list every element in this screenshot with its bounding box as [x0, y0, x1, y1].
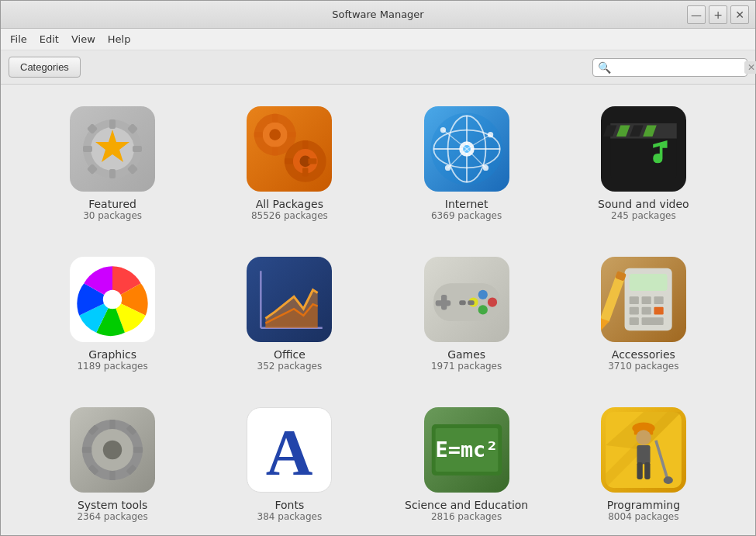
svg-rect-76: [82, 447, 91, 452]
sound-svg: [601, 106, 686, 192]
games-count: 1971 packages: [431, 361, 502, 372]
category-graphics[interactable]: Graphics 1189 packages: [32, 251, 193, 378]
svg-rect-66: [630, 317, 639, 325]
category-system-tools[interactable]: System tools 2364 packages: [32, 401, 193, 528]
content-area: Featured 30 packages: [1, 85, 755, 535]
svg-rect-59: [630, 274, 668, 291]
category-games[interactable]: Games 1971 packages: [386, 251, 547, 378]
sound-icon: [601, 106, 686, 192]
window-title: Software Manager: [69, 9, 687, 20]
svg-rect-5: [133, 146, 142, 152]
category-accessories[interactable]: Accessories 3710 packages: [563, 251, 724, 378]
menu-file[interactable]: File: [4, 32, 33, 47]
featured-icon: [70, 106, 155, 192]
all-packages-svg: [247, 106, 332, 192]
svg-rect-94: [644, 462, 650, 479]
system-tools-name: System tools: [78, 499, 147, 511]
svg-rect-90: [637, 445, 650, 464]
category-science-education[interactable]: E=mc² Science and Education 2816 package…: [386, 401, 547, 528]
featured-name: Featured: [88, 198, 136, 210]
svg-point-53: [488, 298, 497, 307]
internet-icon: [424, 106, 509, 192]
all-packages-name: All Packages: [256, 198, 323, 210]
svg-rect-62: [654, 296, 663, 304]
menu-help[interactable]: Help: [102, 32, 137, 47]
titlebar-controls: — + ✕: [687, 5, 749, 24]
svg-rect-21: [302, 140, 308, 149]
svg-point-52: [478, 290, 487, 299]
main-window: Software Manager — + ✕ File Edit View He…: [0, 0, 756, 536]
minimize-button[interactable]: —: [687, 5, 706, 24]
science-count: 2816 packages: [431, 511, 502, 522]
accessories-count: 3710 packages: [608, 361, 678, 372]
graphics-count: 1189 packages: [77, 361, 147, 372]
svg-point-73: [103, 441, 122, 459]
maximize-button[interactable]: +: [709, 5, 727, 24]
programming-svg: [601, 407, 686, 493]
programming-name: Programming: [607, 499, 680, 511]
office-name: Office: [274, 348, 306, 361]
sound-count: 245 packages: [611, 210, 676, 221]
svg-rect-3: [109, 169, 116, 178]
svg-rect-17: [288, 132, 296, 137]
svg-rect-23: [285, 158, 293, 164]
menu-view[interactable]: View: [65, 32, 102, 47]
svg-rect-74: [109, 420, 115, 429]
toolbar: Categories 🔍 ✕: [1, 50, 755, 85]
search-box: 🔍 ✕: [592, 58, 747, 77]
graphics-icon: [70, 257, 155, 342]
accessories-name: Accessories: [612, 348, 675, 361]
all-packages-count: 85526 packages: [251, 210, 328, 221]
fonts-name: Fonts: [274, 499, 304, 511]
svg-rect-64: [641, 307, 651, 315]
featured-count: 30 packages: [83, 210, 142, 221]
featured-icon-svg: [78, 114, 147, 184]
system-tools-svg: [70, 407, 155, 493]
svg-rect-77: [133, 447, 143, 452]
category-programming[interactable]: Programming 8004 packages: [563, 401, 724, 528]
accessories-icon: [601, 257, 686, 342]
category-internet[interactable]: Internet 6369 packages: [386, 100, 547, 227]
titlebar: Software Manager — + ✕: [1, 1, 755, 29]
menu-edit[interactable]: Edit: [33, 32, 65, 47]
all-packages-icon: [247, 106, 332, 192]
category-featured[interactable]: Featured 30 packages: [32, 100, 193, 227]
svg-point-13: [270, 129, 281, 140]
category-office[interactable]: Office 352 packages: [209, 251, 370, 378]
category-fonts[interactable]: A Fonts 384 packages: [209, 401, 370, 528]
search-icon: 🔍: [598, 61, 611, 74]
sound-name: Sound and video: [598, 198, 689, 210]
svg-point-54: [478, 305, 487, 314]
svg-rect-60: [630, 296, 639, 304]
svg-rect-63: [630, 307, 639, 315]
programming-icon: [601, 407, 686, 493]
search-input[interactable]: [614, 61, 744, 73]
office-count: 352 packages: [257, 361, 323, 372]
fonts-svg: A: [247, 408, 331, 492]
svg-rect-2: [109, 119, 116, 129]
games-icon: [424, 257, 509, 342]
fonts-icon: A: [247, 407, 332, 493]
category-sound-video[interactable]: Sound and video 245 packages: [563, 100, 724, 227]
internet-count: 6369 packages: [431, 210, 502, 221]
science-icon: E=mc²: [424, 407, 509, 493]
search-clear-button[interactable]: ✕: [744, 61, 756, 74]
games-name: Games: [447, 348, 485, 361]
svg-text:A: A: [266, 417, 313, 489]
svg-rect-56: [459, 300, 466, 305]
graphics-name: Graphics: [88, 348, 136, 361]
category-all-packages[interactable]: All Packages 85526 packages: [209, 100, 370, 227]
svg-rect-57: [468, 300, 475, 305]
graphics-svg: [70, 257, 155, 342]
games-svg: [424, 257, 509, 342]
science-svg: E=mc²: [424, 407, 509, 493]
menubar: File Edit View Help: [1, 29, 755, 50]
internet-svg: [424, 106, 509, 192]
categories-grid: Featured 30 packages: [32, 100, 724, 528]
categories-button[interactable]: Categories: [9, 57, 81, 78]
svg-rect-61: [641, 296, 651, 304]
svg-rect-51: [435, 300, 450, 306]
svg-text:E=mc²: E=mc²: [435, 437, 498, 462]
close-button[interactable]: ✕: [730, 5, 749, 24]
svg-rect-24: [309, 158, 317, 164]
